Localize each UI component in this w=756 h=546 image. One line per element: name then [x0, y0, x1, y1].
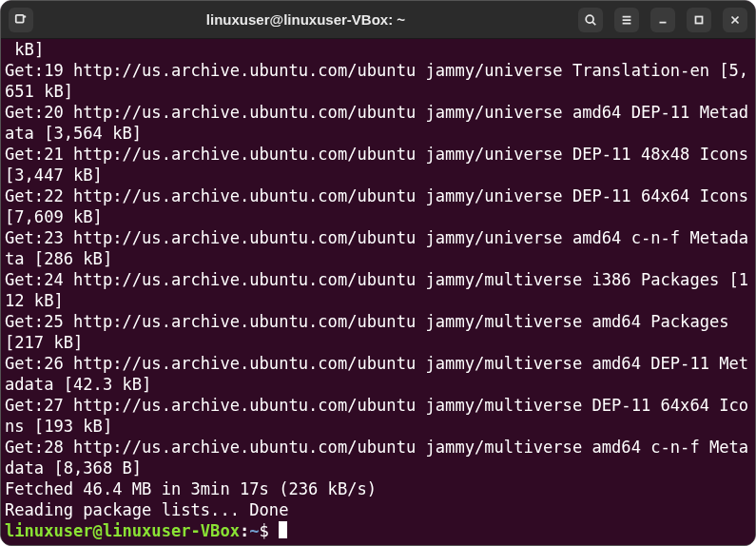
svg-line-2: [592, 22, 595, 25]
svg-rect-0: [16, 14, 24, 22]
hamburger-icon: [620, 13, 633, 27]
titlebar-left: [9, 8, 33, 32]
close-button[interactable]: [723, 8, 747, 32]
prompt-colon: :: [240, 521, 249, 540]
prompt-path: ~: [249, 521, 259, 540]
maximize-button[interactable]: [687, 8, 711, 32]
svg-rect-7: [696, 16, 703, 23]
svg-point-1: [586, 15, 593, 23]
close-icon: [728, 13, 742, 27]
new-tab-button[interactable]: [9, 8, 33, 32]
terminal-body[interactable]: kB] Get:19 http://us.archive.ubuntu.com/…: [1, 39, 755, 545]
cursor: [279, 521, 287, 538]
terminal-window: linuxuser@linuxuser-VBox: ~: [0, 0, 756, 546]
prompt-user-host: linuxuser@linuxuser-VBox: [5, 521, 240, 540]
search-icon: [584, 13, 597, 27]
minimize-button[interactable]: [650, 8, 675, 32]
maximize-icon: [692, 13, 706, 27]
terminal-output: kB] Get:19 http://us.archive.ubuntu.com/…: [5, 40, 755, 519]
prompt-symbol: $: [260, 521, 269, 540]
menu-button[interactable]: [614, 8, 639, 32]
search-button[interactable]: [578, 8, 603, 32]
titlebar: linuxuser@linuxuser-VBox: ~: [1, 1, 755, 39]
minimize-icon: [656, 13, 669, 27]
window-title: linuxuser@linuxuser-VBox: ~: [41, 11, 571, 28]
new-tab-icon: [14, 13, 28, 27]
titlebar-right: [578, 8, 747, 32]
